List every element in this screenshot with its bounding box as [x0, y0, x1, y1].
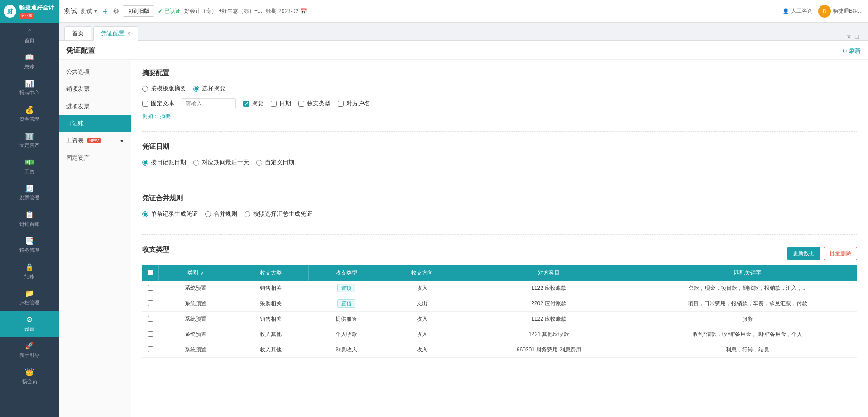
new-badge: NEW	[87, 138, 101, 143]
radio-template[interactable]: 按模板版摘要	[142, 85, 186, 93]
sidebar-item-invoice[interactable]: 🧾发票管理	[0, 180, 59, 206]
date-section-title: 凭证日期	[142, 142, 857, 151]
row-account: 660301 财务费用 利息费用	[460, 342, 638, 358]
update-data-button[interactable]: 更新数据	[787, 247, 820, 260]
row-keywords: 利息，行转，结息	[638, 342, 857, 358]
radio-single[interactable]: 单条记录生成凭证	[142, 210, 198, 218]
tab-home[interactable]: 首页	[64, 26, 91, 40]
ledger-icon: 📖	[25, 53, 34, 62]
logo-icon: 财	[4, 5, 16, 18]
refresh-button[interactable]: ↻ 刷新	[842, 47, 861, 55]
tag-top-0[interactable]: 置顶	[337, 284, 355, 292]
tag-top-1[interactable]: 置顶	[337, 299, 355, 308]
sidebar-item-settings[interactable]: ⚙设置	[0, 311, 59, 337]
row-checkbox-1[interactable]	[148, 300, 153, 306]
checkbox-fixed-text-input[interactable]	[142, 101, 148, 107]
sidebar-item-ledger[interactable]: 📖总账	[0, 48, 59, 75]
report-icon: 📊	[25, 79, 34, 88]
row-checkbox-0[interactable]	[148, 285, 153, 291]
radio-journal-date-input[interactable]	[142, 160, 148, 166]
sidebar-item-report[interactable]: 📊报表中心	[0, 75, 59, 101]
tab-close-icon[interactable]: ×	[127, 30, 130, 37]
sidebar-item-guide[interactable]: 🚀新手引导	[0, 337, 59, 363]
row-checkbox-4[interactable]	[148, 346, 153, 352]
checkbox-summary-input[interactable]	[243, 101, 249, 107]
radio-select[interactable]: 选择摘要	[193, 85, 225, 93]
row-checkbox-cell	[142, 281, 158, 296]
radio-merge-rule-input[interactable]	[205, 211, 211, 217]
topbar-title: 测试	[64, 7, 77, 15]
row-direction: 收入	[384, 327, 460, 342]
calendar-icon[interactable]: 📅	[300, 8, 307, 14]
left-nav-item-sales-invoice[interactable]: 销项发票	[59, 81, 131, 98]
radio-select-summary-input[interactable]	[245, 211, 250, 217]
checkbox-type-input[interactable]	[298, 101, 304, 107]
example-text: 例如： 摘要	[142, 113, 857, 120]
radio-select-summary[interactable]: 按照选择汇总生成凭证	[245, 210, 312, 218]
sidebar-item-purchase[interactable]: 📋进销台账	[0, 206, 59, 232]
row-keywords: 收到*借款，收到*备用金，退回*备用金，个人	[638, 327, 857, 342]
row-checkbox-2[interactable]	[148, 316, 153, 322]
radio-merge-rule[interactable]: 合并规则	[205, 210, 237, 218]
th-keywords: 匹配关键字	[638, 265, 857, 281]
row-account: 1122 应收账款	[460, 312, 638, 327]
row-checkbox-cell	[142, 312, 158, 327]
checkbox-type[interactable]: 收支类型	[298, 100, 331, 108]
content-area: 凭证配置 ↻ 刷新 公共选项 销项发票 进项发票	[59, 41, 868, 417]
table-row: 系统预置 销售相关 提供服务 收入 1122 应收账款 服务	[142, 312, 857, 327]
row-account: 1221 其他应收款	[460, 327, 638, 342]
checkbox-summary[interactable]: 摘要	[243, 100, 264, 108]
sidebar-item-member[interactable]: 👑畅会员	[0, 363, 59, 389]
sidebar: 财 畅捷通好会计 专业版 ⌂首页📖总账📊报表中心💰资金管理🏢固定资产💵工资🧾发票…	[0, 0, 59, 417]
batch-delete-button[interactable]: 批量删除	[824, 247, 857, 260]
checkbox-fixed-text[interactable]: 固定文本	[142, 100, 174, 108]
checkbox-counterparty-input[interactable]	[338, 101, 344, 107]
row-checkbox-3[interactable]	[148, 331, 153, 337]
fixed-text-input[interactable]	[182, 98, 236, 109]
left-nav-item-fixed-assets[interactable]: 固定资产	[59, 149, 131, 166]
topbar-add-icon[interactable]: ＋	[101, 6, 109, 17]
home-icon: ⌂	[27, 27, 32, 35]
left-nav-item-payroll-table[interactable]: 工资表 NEW ▾	[59, 132, 131, 149]
radio-custom-date[interactable]: 自定义日期	[256, 158, 294, 166]
th-category[interactable]: 类别 ∨	[158, 265, 233, 281]
summary-section-title: 摘要配置	[142, 69, 857, 77]
sidebar-item-payroll[interactable]: 💵工资	[0, 153, 59, 180]
radio-period-last-input[interactable]	[193, 160, 199, 166]
window-maximize-button[interactable]: □	[855, 33, 859, 40]
sidebar-item-tax[interactable]: 📑税务管理	[0, 232, 59, 258]
human-service-button[interactable]: 👤 人工咨询	[782, 7, 813, 15]
select-all-checkbox[interactable]	[147, 270, 153, 275]
radio-template-input[interactable]	[142, 86, 148, 92]
switch-version-button[interactable]: 切到旧版	[123, 5, 154, 17]
checkbox-counterparty[interactable]: 对方户名	[338, 100, 370, 108]
radio-journal-date[interactable]: 按日记账日期	[142, 158, 186, 166]
window-close-button[interactable]: ✕	[846, 33, 852, 40]
left-nav-item-journal[interactable]: 日记账	[59, 115, 131, 132]
service-icon: 👤	[782, 8, 789, 14]
row-direction: 收入	[384, 281, 460, 296]
row-category: 系统预置	[158, 296, 233, 312]
radio-select-input[interactable]	[193, 86, 199, 92]
row-income-type: 置顶	[308, 281, 384, 296]
radio-single-input[interactable]	[142, 211, 148, 217]
left-nav-item-public[interactable]: 公共选项	[59, 63, 131, 81]
checkbox-date[interactable]: 日期	[271, 100, 291, 108]
radio-custom-date-input[interactable]	[256, 160, 262, 166]
logo: 财 畅捷通好会计 专业版	[0, 0, 59, 23]
user-menu[interactable]: B 畅捷通B组...	[818, 5, 863, 18]
sidebar-item-home[interactable]: ⌂首页	[0, 23, 59, 48]
topbar-dropdown[interactable]: 测试 ▾	[81, 7, 97, 15]
sidebar-item-archive[interactable]: 📁归档管理	[0, 284, 59, 311]
topbar-gear-icon[interactable]: ⚙	[113, 7, 119, 15]
checkbox-date-input[interactable]	[271, 101, 277, 107]
tab-voucher-config[interactable]: 凭证配置 ×	[93, 26, 138, 41]
topbar-product: 好会计（专） +好生意（标）+...	[184, 7, 262, 15]
sidebar-item-funds[interactable]: 💰资金管理	[0, 101, 59, 127]
sidebar-item-assets[interactable]: 🏢固定资产	[0, 127, 59, 153]
table-row: 系统预置 收入其他 利息收入 收入 660301 财务费用 利息费用 利息，行转…	[142, 342, 857, 358]
sidebar-item-close[interactable]: 🔒结账	[0, 258, 59, 284]
assets-icon: 🏢	[25, 132, 34, 140]
left-nav-item-purchase-invoice[interactable]: 进项发票	[59, 98, 131, 115]
radio-period-last[interactable]: 对应期间最后一天	[193, 158, 249, 166]
